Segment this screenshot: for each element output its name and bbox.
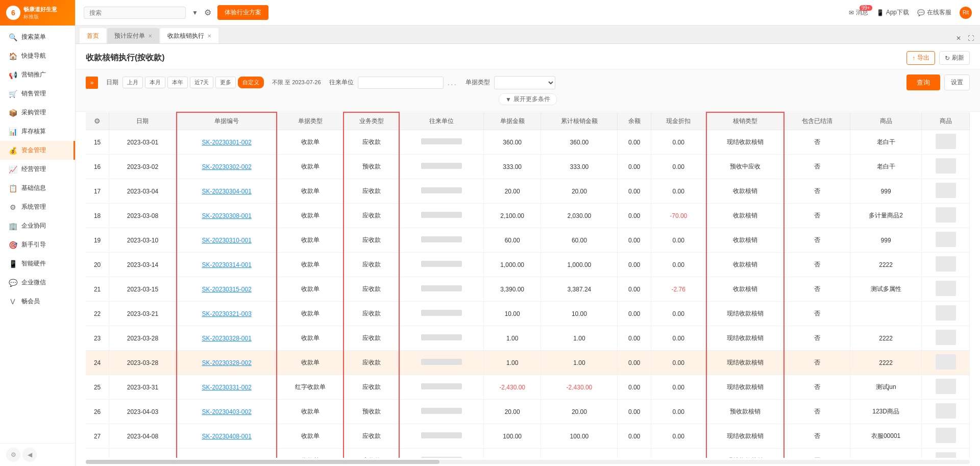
table-scrollbar[interactable] (86, 460, 970, 464)
cell-partner (399, 253, 483, 277)
sidebar-item-member[interactable]: V畅会员 (0, 292, 75, 311)
date-this-month-btn[interactable]: 本月 (145, 77, 165, 88)
cell-amount: 3,390.00 (483, 277, 541, 302)
cell-write-off-type: 收款核销 (706, 277, 784, 302)
cell-voucher-no: SK-20230321-003 (177, 302, 277, 326)
cell-cash-discount: 0.00 (651, 326, 706, 351)
cell-write-off-amount: 20.00 (541, 400, 618, 424)
sidebar-icon-sales: 🛒 (8, 90, 17, 98)
th-settings[interactable]: ⚙ (86, 112, 109, 130)
cell-voucher-type: 收款单 (277, 204, 344, 228)
date-last-month-btn[interactable]: 上月 (122, 77, 143, 88)
online-service-btn[interactable]: 💬 在线客服 (917, 8, 951, 17)
sidebar-item-operation[interactable]: 📈经营管理 (0, 160, 75, 179)
voucher-no-link[interactable]: SK-20230328-002 (202, 359, 251, 366)
sidebar-item-purchase[interactable]: 📦采购管理 (0, 103, 75, 122)
th-biz-type: 业务类型 (344, 112, 399, 130)
tab-expand-btn[interactable]: ⛶ (966, 33, 976, 43)
topbar-dropdown-icon[interactable]: ▼ (192, 9, 198, 16)
message-icon: ✉ (849, 9, 854, 16)
sidebar-item-hardware[interactable]: 📱智能硬件 (0, 254, 75, 273)
export-btn[interactable]: ↑ 导出 (906, 51, 935, 65)
cell-voucher-no: SK-20230314-001 (177, 253, 277, 277)
cell-write-off-amount: 3,387.24 (541, 277, 618, 302)
voucher-no-link[interactable]: SK-20230302-002 (202, 163, 251, 170)
sidebar-collapse-btn[interactable]: ◀ (22, 448, 37, 462)
app-icon: 📱 (876, 9, 884, 16)
query-btn[interactable]: 查询 (906, 75, 940, 90)
sidebar-label-marketing: 营销推广 (21, 70, 46, 79)
filter-expand-btn[interactable]: » (86, 77, 98, 89)
sidebar-label-guide: 新手引导 (21, 240, 46, 249)
tab-home[interactable]: 首页 (80, 28, 106, 43)
main-area: ▼ ⚙ 体验行业方案 ✉ 消息 99+ 📱 App下载 💬 在线客服 Rit 首… (76, 0, 980, 466)
tab-home-label: 首页 (87, 32, 99, 40)
sidebar-item-wechat[interactable]: 💬企业微信 (0, 273, 75, 292)
cell-write-off-type: 现结收款核销 (706, 375, 784, 400)
cell-date: 2023-03-28 (109, 351, 177, 375)
voucher-no-link[interactable]: SK-20230418-001 (202, 457, 251, 458)
cell-write-off-type: 现结收款核销 (706, 302, 784, 326)
voucher-no-link[interactable]: SK-20230403-002 (202, 408, 251, 415)
cell-product2 (922, 228, 970, 253)
voucher-no-link[interactable]: SK-20230304-001 (202, 188, 251, 195)
table-row: 27 2023-04-08 SK-20230408-001 收款单 应收款 10… (86, 424, 970, 449)
date-filter-label: 日期 (106, 78, 118, 87)
topbar-gear-icon[interactable]: ⚙ (204, 8, 211, 17)
date-this-year-btn[interactable]: 本年 (167, 77, 188, 88)
search-input[interactable] (84, 7, 186, 19)
cell-include-settled: 否 (784, 277, 850, 302)
app-download-btn[interactable]: 📱 App下载 (876, 8, 909, 17)
date-7days-btn[interactable]: 近7天 (190, 77, 213, 88)
voucher-no-link[interactable]: SK-20230310-001 (202, 237, 251, 244)
cell-voucher-no: SK-20230302-002 (177, 155, 277, 179)
cell-product (850, 302, 922, 326)
sidebar-item-system[interactable]: ⚙系统管理 (0, 198, 75, 216)
sidebar-item-enterprise[interactable]: 🏢企业协同 (0, 216, 75, 235)
partner-filter-input[interactable] (358, 77, 444, 89)
cell-balance: 0.00 (618, 155, 651, 179)
date-custom-btn[interactable]: 自定义 (238, 77, 264, 88)
voucher-no-link[interactable]: SK-20230321-003 (202, 310, 251, 317)
cell-date: 2023-03-28 (109, 326, 177, 351)
th-product2: 商品 (922, 112, 970, 130)
voucher-no-link[interactable]: SK-20230315-002 (202, 286, 251, 293)
message-btn[interactable]: ✉ 消息 99+ (849, 8, 868, 17)
cell-cash-discount: 0.00 (651, 351, 706, 375)
tab-close-all-btn[interactable]: ✕ (953, 33, 964, 43)
tab-pre-payment[interactable]: 预计应付单 ✕ (107, 28, 159, 43)
cell-include-settled: 否 (784, 351, 850, 375)
sidebar-item-inventory[interactable]: 📊库存核算 (0, 122, 75, 141)
tab-collection-exec[interactable]: 收款核销执行 ✕ (160, 28, 218, 43)
th-write-off-type: 核销类型 (706, 112, 784, 130)
sidebar-item-search[interactable]: 🔍搜索菜单 (0, 28, 75, 46)
voucher-no-link[interactable]: SK-20230331-002 (202, 384, 251, 391)
cell-biz-type: 应收款 (344, 277, 399, 302)
refresh-btn[interactable]: ↻ 刷新 (939, 51, 970, 65)
cell-product: 999 (850, 228, 922, 253)
cell-voucher-no: SK-20230328-001 (177, 326, 277, 351)
setting-btn[interactable]: 设置 (944, 75, 970, 90)
tab-collection-exec-close[interactable]: ✕ (207, 33, 211, 39)
sidebar-item-marketing[interactable]: 📢营销推广 (0, 65, 75, 84)
sidebar-item-sales[interactable]: 🛒销售管理 (0, 84, 75, 103)
sidebar-item-guide[interactable]: 🎯新手引导 (0, 235, 75, 254)
sidebar-item-basic[interactable]: 📋基础信息 (0, 179, 75, 198)
voucher-no-link[interactable]: SK-20230301-002 (202, 139, 251, 146)
table-row: 21 2023-03-15 SK-20230315-002 收款单 应收款 3,… (86, 277, 970, 302)
solution-btn[interactable]: 体验行业方案 (217, 5, 268, 20)
voucher-no-link[interactable]: SK-20230308-001 (202, 212, 251, 219)
sidebar-item-finance[interactable]: 💰资金管理 (0, 141, 75, 160)
sidebar-item-quicknav[interactable]: 🏠快捷导航 (0, 46, 75, 65)
date-more-btn[interactable]: 更多 (215, 77, 236, 88)
sidebar-settings-btn[interactable]: ⚙ (6, 448, 20, 462)
settings-icon[interactable]: ⚙ (94, 117, 101, 125)
voucher-no-link[interactable]: SK-20230314-001 (202, 261, 251, 268)
sidebar-icon-quicknav: 🏠 (8, 52, 17, 60)
voucher-no-link[interactable]: SK-20230408-001 (202, 433, 251, 440)
user-avatar[interactable]: Rit (960, 7, 972, 19)
expand-more-btn[interactable]: ▼ 展开更多条件 (499, 93, 557, 105)
voucher-type-select[interactable] (494, 76, 555, 89)
tab-pre-payment-close[interactable]: ✕ (148, 33, 152, 39)
voucher-no-link[interactable]: SK-20230328-001 (202, 335, 251, 342)
